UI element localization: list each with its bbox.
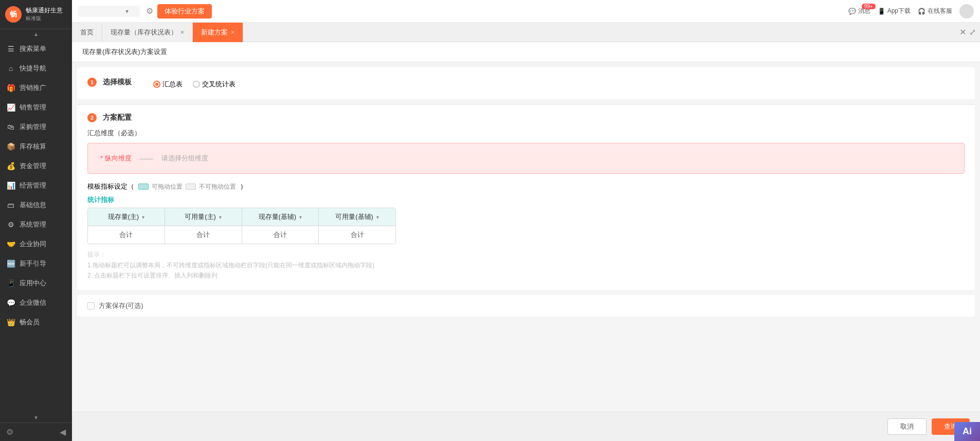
sidebar-item-inventory-label: 库存核算 xyxy=(20,142,46,151)
radio-summary-label: 汇总表 xyxy=(162,80,183,89)
summary-dimension-section: 汇总维度（必选） * 纵向维度 —— 请选择分组维度 xyxy=(87,128,965,174)
stats-body-col-1: 合计 xyxy=(88,226,165,244)
stats-body-col-1-value: 合计 xyxy=(88,226,165,244)
sidebar-scroll-down[interactable]: ▼ xyxy=(0,413,72,422)
sidebar-item-finance[interactable]: 💰 资金管理 xyxy=(0,156,72,176)
dimension-row: * 纵向维度 —— 请选择分组维度 xyxy=(100,154,952,163)
stats-table-header: 现存量(主) ▾ 可用量(主) ▾ 现存量(基辅 xyxy=(88,208,395,226)
sidebar-item-purchase-label: 采购管理 xyxy=(20,122,46,132)
tab-new-plan-label: 新建方案 xyxy=(201,28,228,37)
logo-text-block: 畅康通好生意 标准版 xyxy=(26,7,63,22)
sidebar-item-system[interactable]: ⚙ 系统管理 xyxy=(0,215,72,234)
topbar-gear-icon[interactable]: ⚙ xyxy=(146,6,153,16)
stats-col-1-header[interactable]: 现存量(主) ▾ xyxy=(88,208,165,226)
metrics-label-suffix: ） xyxy=(240,182,247,191)
metrics-legend: 可拖动位置 不可拖动位置 xyxy=(138,182,236,191)
stats-col-3-header[interactable]: 现存量(基辅) ▾ xyxy=(242,208,319,226)
app-download-label: App下载 xyxy=(887,7,911,15)
tab-inventory[interactable]: 现存量（库存状况表） × xyxy=(102,23,193,42)
sidebar-item-sales-label: 销售管理 xyxy=(20,103,46,112)
topbar-search[interactable]: ▾ xyxy=(78,6,140,17)
sidebar-item-search[interactable]: ☰ 搜索菜单 xyxy=(0,39,72,59)
stats-col-2-header[interactable]: 可用量(主) ▾ xyxy=(165,208,242,226)
sidebar-item-purchase[interactable]: 🛍 采购管理 xyxy=(0,117,72,137)
search-input[interactable] xyxy=(82,8,123,15)
radio-summary[interactable]: 汇总表 xyxy=(153,80,183,89)
sidebar-item-management-label: 经营管理 xyxy=(20,181,46,190)
stats-col-4-dropdown-icon[interactable]: ▾ xyxy=(376,214,379,220)
sidebar-item-quicknav[interactable]: ⌂ 快捷导航 xyxy=(0,59,72,78)
industry-btn[interactable]: 体验行业方案 xyxy=(157,4,212,19)
tips-item-2: 2. 点击标题栏下拉可设置排序、插入列和删除列 xyxy=(87,271,965,280)
basic-icon: 🗃 xyxy=(6,200,15,210)
stats-col-3: 现存量(基辅) ▾ xyxy=(242,208,319,226)
stats-col-3-dropdown-icon[interactable]: ▾ xyxy=(299,214,302,220)
step2-section: 2 方案配置 汇总维度（必选） * 纵向维度 —— 请选择分组维度 模板指标设定… xyxy=(77,105,975,290)
tab-inventory-close[interactable]: × xyxy=(180,29,184,36)
sidebar-item-newguide[interactable]: 🆕 新手引导 xyxy=(0,254,72,273)
sidebar-item-member-label: 畅会员 xyxy=(20,318,40,327)
user-avatar[interactable] xyxy=(959,4,974,19)
sidebar-item-marketing[interactable]: 🎁 营销推广 xyxy=(0,78,72,98)
tab-new-plan[interactable]: 新建方案 × xyxy=(193,23,243,42)
sidebar-bottom: ⚙ ◀ xyxy=(0,422,72,441)
stats-col-4-label: 可用量(基辅) xyxy=(335,212,373,222)
sidebar-item-member[interactable]: 👑 畅会员 xyxy=(0,313,72,332)
collapse-icon[interactable]: ◀ xyxy=(60,427,66,437)
tab-new-plan-close[interactable]: × xyxy=(231,29,234,36)
sidebar-item-management[interactable]: 📊 经营管理 xyxy=(0,176,72,195)
message-badge: 99+ xyxy=(862,4,876,9)
legend-draggable-box xyxy=(138,183,149,190)
finance-icon: 💰 xyxy=(6,161,15,171)
save-label: 方案保存(可选) xyxy=(99,301,143,310)
app-version: 标准版 xyxy=(26,15,63,22)
topbar-app-download[interactable]: 📱 App下载 xyxy=(878,7,911,15)
stats-col-1: 现存量(主) ▾ xyxy=(88,208,165,226)
topbar-online-service[interactable]: 🎧 在线客服 xyxy=(918,7,952,15)
vertical-dimension-label: * 纵向维度 xyxy=(100,154,132,163)
service-label: 在线客服 xyxy=(928,7,952,15)
stats-col-1-dropdown-icon[interactable]: ▾ xyxy=(142,214,144,220)
app-icon: 📱 xyxy=(878,8,885,15)
stats-col-4: 可用量(基辅) ▾ xyxy=(319,208,395,226)
close-panel-icon[interactable]: ✕ xyxy=(959,27,966,37)
radio-cross[interactable]: 交叉统计表 xyxy=(193,80,235,89)
sidebar-item-appcenter[interactable]: 📱 应用中心 xyxy=(0,273,72,293)
sidebar-item-basic[interactable]: 🗃 基础信息 xyxy=(0,195,72,215)
search-dropdown-icon[interactable]: ▾ xyxy=(125,8,129,15)
appcenter-icon: 📱 xyxy=(6,279,15,288)
stats-col-2-dropdown-icon[interactable]: ▾ xyxy=(219,214,222,220)
sidebar-item-wechat[interactable]: 💬 企业微信 xyxy=(0,293,72,313)
stats-body-col-3: 合计 xyxy=(242,226,319,244)
sidebar-scroll-up[interactable]: ▲ xyxy=(0,29,72,39)
expand-panel-icon[interactable]: ⤢ xyxy=(969,27,976,37)
stats-body-col-3-value: 合计 xyxy=(242,226,319,244)
radio-cross-label: 交叉统计表 xyxy=(202,80,235,89)
stats-col-4-header[interactable]: 可用量(基辅) ▾ xyxy=(319,208,395,226)
topbar-message[interactable]: 💬 消息 99+ xyxy=(848,7,870,15)
step2-row: 2 方案配置 xyxy=(87,113,965,122)
tab-home[interactable]: 首页 xyxy=(72,23,102,42)
sidebar-item-marketing-label: 营销推广 xyxy=(20,83,46,93)
stats-body-col-4-value: 合计 xyxy=(319,226,395,244)
radio-summary-dot xyxy=(153,81,160,88)
tabbar-expand: ✕ ⤢ xyxy=(955,27,980,37)
sidebar-item-inventory[interactable]: 📦 库存核算 xyxy=(0,137,72,156)
cancel-button[interactable]: 取消 xyxy=(887,418,927,435)
management-icon: 📊 xyxy=(6,181,15,190)
sidebar-item-newguide-label: 新手引导 xyxy=(20,259,46,268)
action-bar: 取消 查询 xyxy=(72,412,980,441)
main-area: ▾ ⚙ 体验行业方案 💬 消息 99+ 📱 App下载 🎧 在线客服 首页 xyxy=(72,0,980,441)
tips-title: 提示： xyxy=(87,250,965,259)
metrics-label-row: 模板指标设定（ 可拖动位置 不可拖动位置 ） xyxy=(87,182,965,191)
ai-badge[interactable]: Ai xyxy=(954,422,980,441)
sidebar-item-enterprise[interactable]: 🤝 企业协同 xyxy=(0,234,72,254)
sidebar-item-finance-label: 资金管理 xyxy=(20,161,46,171)
dimension-placeholder[interactable]: 请选择分组维度 xyxy=(161,154,208,163)
stats-body-col-4: 合计 xyxy=(319,226,395,244)
settings-icon[interactable]: ⚙ xyxy=(6,427,13,437)
sidebar-item-sales[interactable]: 📈 销售管理 xyxy=(0,98,72,117)
sidebar-item-wechat-label: 企业微信 xyxy=(20,298,46,307)
save-checkbox[interactable] xyxy=(87,302,95,309)
step1-row: 1 选择模板 汇总表 交叉统计表 xyxy=(87,76,965,89)
